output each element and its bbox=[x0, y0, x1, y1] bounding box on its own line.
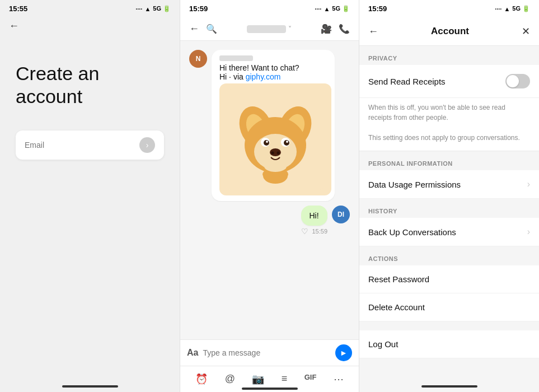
gif-image bbox=[219, 83, 331, 195]
signal-icon-3: ▲ bbox=[504, 6, 510, 12]
account-title: Account bbox=[431, 26, 469, 37]
avatar-initial-di: DI bbox=[338, 211, 344, 218]
video-call-icon[interactable]: 🎥 bbox=[321, 24, 332, 34]
msg-bubble-hi: Hi! bbox=[301, 206, 327, 226]
msg-time: 15:59 bbox=[312, 228, 327, 235]
contact-name-blur bbox=[247, 25, 286, 33]
account-body: PRIVACY Send Read Receipts When this is … bbox=[359, 46, 539, 381]
reset-password-label: Reset Password bbox=[368, 274, 429, 284]
camera-icon[interactable]: 📷 bbox=[250, 371, 266, 388]
status-icons-3: ···· ▲ 5G 🔋 bbox=[495, 5, 530, 12]
create-account-title: Create an account bbox=[16, 62, 164, 108]
log-out-row[interactable]: Log Out bbox=[359, 330, 539, 358]
svg-point-14 bbox=[271, 152, 274, 155]
chat-header: ← 🔍 ˅ 🎥 📞 bbox=[180, 17, 359, 41]
actions-section-header: ACTIONS bbox=[359, 246, 539, 265]
timer-icon[interactable]: ⏰ bbox=[193, 371, 210, 388]
message-row-2: Hi! ♡ 15:59 DI bbox=[189, 206, 350, 236]
status-icons-1: ···· ▲ 5G 🔋 bbox=[135, 5, 171, 12]
toggle-right bbox=[505, 74, 530, 88]
send-read-receipts-row[interactable]: Send Read Receipts bbox=[359, 65, 539, 98]
log-out-label: Log Out bbox=[368, 339, 398, 349]
battery-icon-2: 5G 🔋 bbox=[332, 5, 350, 12]
send-button[interactable]: ► bbox=[335, 344, 352, 361]
read-receipts-toggle[interactable] bbox=[505, 74, 530, 88]
status-bar-2: 15:59 ···· ▲ 5G 🔋 bbox=[180, 0, 359, 17]
chevron-right-icon-2: › bbox=[527, 227, 530, 237]
email-input-wrap: › bbox=[16, 130, 164, 160]
message-input[interactable] bbox=[203, 348, 331, 357]
reset-password-row[interactable]: Reset Password bbox=[359, 265, 539, 293]
read-receipts-description: When this is off, you won't be able to s… bbox=[359, 98, 539, 151]
back-button[interactable]: ← bbox=[9, 20, 19, 32]
back-arrow-icon: ← bbox=[9, 20, 19, 31]
giphy-link[interactable]: giphy.com bbox=[246, 72, 281, 81]
msg-text-1: Hi there! Want to chat? bbox=[219, 63, 327, 72]
backup-conversations-label: Back Up Conversations bbox=[368, 227, 456, 237]
backup-right: › bbox=[527, 227, 530, 237]
battery-icon: 5G 🔋 bbox=[153, 5, 171, 12]
phone-call-icon[interactable]: 📞 bbox=[339, 24, 350, 34]
status-bar-3: 15:59 ···· ▲ 5G 🔋 bbox=[359, 0, 539, 17]
status-bar-1: 15:55 ···· ▲ 5G 🔋 bbox=[0, 0, 180, 17]
chat-input-bar: Aa ► bbox=[180, 339, 359, 366]
chevron-right-icon: › bbox=[527, 179, 530, 189]
wifi-icon-2: ···· bbox=[315, 6, 321, 12]
back-arrow-account-icon[interactable]: ← bbox=[368, 26, 378, 38]
avatar-n: N bbox=[189, 50, 207, 68]
data-usage-row[interactable]: Data Usage Permissions › bbox=[359, 170, 539, 199]
aa-button[interactable]: Aa bbox=[187, 348, 198, 358]
more-icon[interactable]: ⋯ bbox=[331, 371, 346, 388]
data-usage-label: Data Usage Permissions bbox=[368, 180, 461, 189]
corgi-illustration bbox=[225, 89, 326, 190]
gif-icon[interactable]: GIF bbox=[302, 371, 319, 388]
home-indicator-1 bbox=[62, 385, 118, 388]
history-section-header: HISTORY bbox=[359, 199, 539, 218]
wifi-icon: ···· bbox=[135, 6, 142, 12]
msg-text-hi: Hi! bbox=[309, 211, 320, 220]
privacy-section-header: PRIVACY bbox=[359, 46, 539, 65]
svg-point-11 bbox=[266, 141, 268, 143]
time-1: 15:55 bbox=[9, 4, 27, 13]
signal-icon-2: ▲ bbox=[324, 6, 330, 12]
delete-account-row[interactable]: Delete Account bbox=[359, 293, 539, 321]
home-indicator-2 bbox=[242, 388, 298, 390]
account-header: ← Account ✕ bbox=[359, 17, 539, 46]
close-icon[interactable]: ✕ bbox=[522, 25, 530, 38]
search-icon[interactable]: 🔍 bbox=[206, 24, 217, 34]
arrow-right-icon: › bbox=[146, 141, 149, 150]
back-arrow-chat-icon[interactable]: ← bbox=[189, 23, 199, 35]
wifi-icon-3: ···· bbox=[495, 6, 501, 12]
create-account-panel: 15:55 ···· ▲ 5G 🔋 ← Create an account › bbox=[0, 0, 180, 392]
message-bubble-2: Hi! ♡ 15:59 bbox=[301, 206, 327, 236]
send-icon: ► bbox=[340, 348, 348, 357]
sender-name-blur bbox=[219, 55, 253, 61]
divider-space bbox=[359, 321, 539, 330]
toggle-knob bbox=[507, 75, 519, 87]
desc-line-1: When this is off, you won't be able to s… bbox=[368, 102, 530, 123]
chat-header-center: ˅ bbox=[247, 25, 292, 33]
heart-icon[interactable]: ♡ bbox=[301, 227, 308, 236]
svg-point-19 bbox=[264, 161, 287, 172]
avatar-initial-n: N bbox=[196, 55, 201, 63]
msg-meta: ♡ 15:59 bbox=[301, 227, 327, 236]
attachment-icon[interactable]: ≡ bbox=[279, 371, 290, 388]
time-3: 15:59 bbox=[368, 4, 387, 13]
create-content: Create an account › bbox=[0, 17, 180, 160]
signal-icon: ▲ bbox=[144, 6, 151, 12]
personal-section-header: PERSONAL INFORMATION bbox=[359, 151, 539, 170]
chat-panel: 15:59 ···· ▲ 5G 🔋 ← 🔍 ˅ 🎥 📞 N bbox=[180, 0, 359, 392]
time-2: 15:59 bbox=[189, 4, 208, 13]
status-icons-2: ···· ▲ 5G 🔋 bbox=[315, 5, 350, 12]
email-submit-button[interactable]: › bbox=[139, 137, 155, 153]
mention-icon[interactable]: @ bbox=[223, 371, 237, 388]
msg-bubble-text-1: Hi there! Want to chat? Hi · via giphy.c… bbox=[212, 50, 335, 201]
chevron-down-icon[interactable]: ˅ bbox=[288, 25, 292, 33]
account-settings-panel: 15:59 ···· ▲ 5G 🔋 ← Account ✕ PRIVACY Se… bbox=[359, 0, 539, 392]
backup-conversations-row[interactable]: Back Up Conversations › bbox=[359, 218, 539, 246]
msg-text-2: Hi · via giphy.com bbox=[219, 72, 327, 81]
delete-account-label: Delete Account bbox=[368, 302, 425, 312]
data-usage-right: › bbox=[527, 179, 530, 189]
message-bubble-1: Hi there! Want to chat? Hi · via giphy.c… bbox=[212, 50, 335, 201]
email-input[interactable] bbox=[25, 141, 139, 150]
